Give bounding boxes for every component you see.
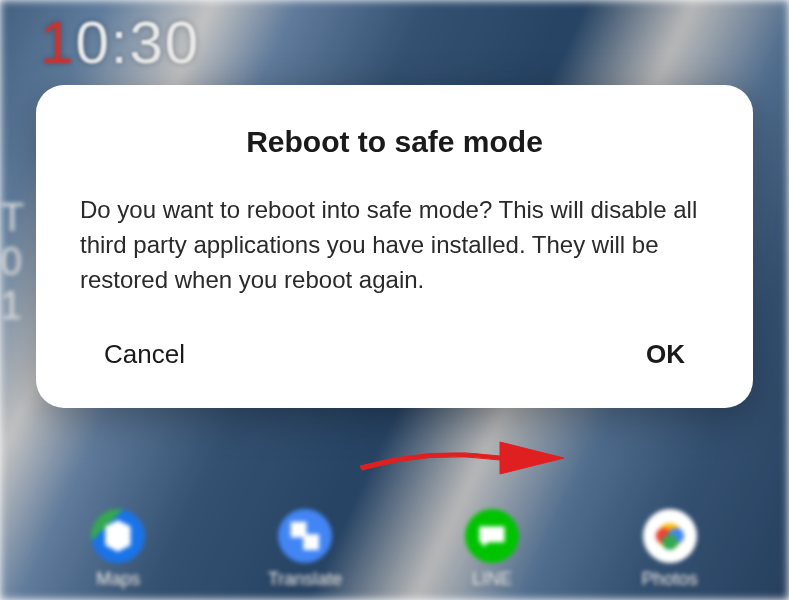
home-dock: Maps Translate LINE Photos	[0, 509, 789, 590]
translate-icon	[278, 509, 332, 563]
dock-item-line[interactable]: LINE	[465, 509, 519, 590]
safe-mode-dialog: Reboot to safe mode Do you want to reboo…	[36, 85, 753, 408]
status-time-lead: 1	[40, 9, 75, 76]
maps-icon	[91, 509, 145, 563]
line-icon	[465, 509, 519, 563]
dock-label: Photos	[642, 569, 698, 590]
dock-label: Maps	[96, 569, 140, 590]
dock-item-photos[interactable]: Photos	[642, 509, 698, 590]
widget-line: 0	[0, 239, 24, 283]
dialog-message: Do you want to reboot into safe mode? Th…	[80, 193, 709, 297]
dock-label: LINE	[472, 569, 512, 590]
cancel-button[interactable]: Cancel	[104, 339, 185, 370]
left-edge-widget: T 0 1	[0, 195, 24, 327]
widget-line: 1	[0, 283, 24, 327]
widget-line: T	[0, 195, 24, 239]
dialog-title: Reboot to safe mode	[80, 125, 709, 159]
ok-button[interactable]: OK	[646, 339, 685, 370]
dock-label: Translate	[268, 569, 342, 590]
photos-icon	[643, 509, 697, 563]
dialog-button-row: Cancel OK	[80, 339, 709, 374]
status-time-rest: 0:30	[75, 9, 200, 76]
dock-item-maps[interactable]: Maps	[91, 509, 145, 590]
status-bar-time: 10:30	[40, 8, 200, 77]
svg-point-3	[662, 534, 678, 550]
dock-item-translate[interactable]: Translate	[268, 509, 342, 590]
